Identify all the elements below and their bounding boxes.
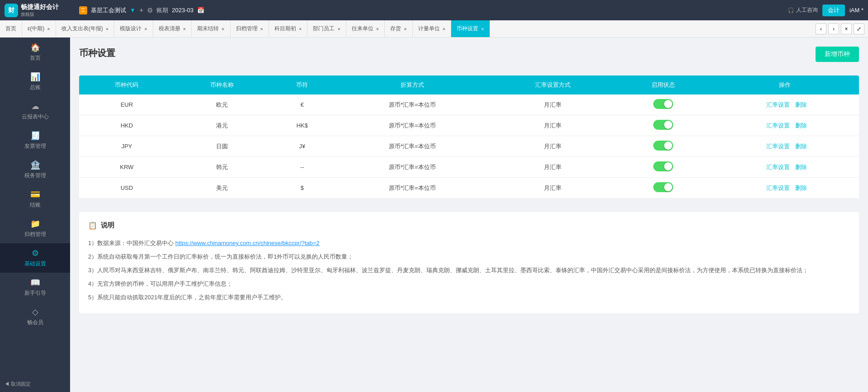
toggle-3[interactable] — [653, 161, 673, 171]
period-label: 账期 — [156, 6, 168, 14]
toggle-track-2[interactable] — [653, 141, 673, 151]
toggle-1[interactable] — [653, 120, 673, 130]
desc-item-4: 4）无官方牌价的币种，可以用用户手工维护汇率信息； — [88, 277, 850, 291]
col-name: 币种名称 — [175, 76, 270, 94]
tab-close-period[interactable]: × — [222, 26, 224, 32]
sidebar: 🏠 首页 📊 总账 ☁ 云报表中心 🧾 发票管理 🏦 税务管理 💳 结账 📁 归… — [0, 38, 70, 392]
add-workspace-icon[interactable]: + — [139, 6, 143, 14]
account-button[interactable]: 会计 — [822, 5, 845, 16]
tab-close-interim[interactable]: × — [47, 26, 50, 32]
rate-setting-link-3[interactable]: 汇率设置 — [766, 164, 790, 170]
workspace-name[interactable]: 基层工会测试 — [91, 6, 126, 14]
rate-setting-link-0[interactable]: 汇率设置 — [766, 101, 790, 108]
workspace-dropdown-icon[interactable]: ▼ — [130, 7, 136, 14]
tab-inventory[interactable]: 存货 × — [385, 20, 412, 38]
tab-next-button[interactable]: › — [828, 24, 839, 34]
sidebar-item-member[interactable]: ◇ 畅会员 — [0, 302, 70, 331]
sidebar-label-checkout: 结账 — [30, 201, 41, 209]
sidebar-item-settings[interactable]: ⚙ 基础设置 — [0, 243, 70, 273]
col-status: 启用状态 — [615, 76, 711, 94]
toggle-track-4[interactable] — [653, 182, 673, 192]
unpin-button[interactable]: ◀ 取消固定 — [5, 381, 66, 387]
description-section: 📋 说明 1）数据来源：中国外汇交易中心 https://www.chinamo… — [79, 212, 859, 313]
tab-close-contacts[interactable]: × — [376, 26, 379, 32]
workspace-icon: 工 — [79, 6, 87, 14]
toggle-track-0[interactable] — [653, 99, 673, 109]
delete-link-0[interactable]: 删除 — [795, 101, 807, 108]
sidebar-label-reports: 云报表中心 — [22, 113, 49, 121]
cell-actions-3: 汇率设置 删除 — [711, 157, 859, 178]
sidebar-label-member: 畅会员 — [27, 319, 43, 326]
logo-area: 财 畅捷通好会计 旗舰版 — [5, 3, 75, 18]
tab-unit[interactable]: 计量单位 × — [413, 20, 451, 38]
sidebar-item-reports[interactable]: ☁ 云报表中心 — [0, 96, 70, 126]
toggle-4[interactable] — [653, 182, 673, 192]
workspace-area: 工 基层工会测试 ▼ + ⚙ 账期 2023-03 📅 — [79, 6, 204, 14]
gear-icon: ⚙ — [32, 248, 39, 258]
delete-link-2[interactable]: 删除 — [795, 143, 807, 150]
tab-prev-button[interactable]: ‹ — [816, 24, 826, 34]
tab-close-dept[interactable]: × — [337, 26, 340, 32]
cell-rate-type-2: 月汇率 — [490, 136, 616, 157]
tab-close-archive[interactable]: × — [260, 26, 263, 32]
tab-tax-table[interactable]: 税表清册 × — [153, 20, 192, 38]
currency-data-table: 币种代码 币种名称 币符 折算方式 汇率设置方式 启用状态 操作 EUR 欧元 … — [79, 76, 859, 198]
delete-link-1[interactable]: 删除 — [795, 122, 807, 129]
delete-link-4[interactable]: 删除 — [795, 184, 807, 191]
chinamoney-link[interactable]: https://www.chinamoney.com.cn/chinese/bk… — [175, 240, 320, 246]
delete-link-3[interactable]: 删除 — [795, 164, 807, 170]
unpin-label: ◀ 取消固定 — [5, 381, 31, 387]
tab-expand-button[interactable]: ⤢ — [854, 24, 864, 34]
rate-setting-link-4[interactable]: 汇率设置 — [766, 184, 790, 191]
sidebar-item-archive[interactable]: 📁 归档管理 — [0, 214, 70, 243]
tab-close-subject[interactable]: × — [299, 26, 302, 32]
tab-home[interactable]: 首页 — [0, 20, 22, 38]
tab-period-close[interactable]: 期末结转 × — [192, 20, 230, 38]
tab-subject-init[interactable]: 科目期初 × — [269, 20, 307, 38]
tab-dept-staff[interactable]: 部门员工 × — [307, 20, 346, 38]
toggle-track-1[interactable] — [653, 120, 673, 130]
sidebar-item-ledger[interactable]: 📊 总账 — [0, 67, 70, 96]
sidebar-item-guide[interactable]: 📖 新手引导 — [0, 273, 70, 302]
cell-actions-0: 汇率设置 删除 — [711, 94, 859, 115]
toggle-thumb-2 — [664, 142, 672, 150]
cell-toggle-3 — [615, 157, 711, 178]
table-row: KRW 韩元 -- 原币*汇率=本位币 月汇率 汇率设置 删除 — [79, 157, 859, 178]
tab-close-currency[interactable]: × — [481, 26, 484, 32]
cell-code-0: EUR — [79, 94, 175, 115]
desc-list: 1）数据来源：中国外汇交易中心 https://www.chinamoney.c… — [88, 236, 850, 304]
cell-toggle-1 — [615, 115, 711, 136]
user-display[interactable]: iAM * — [849, 7, 863, 14]
sidebar-item-invoice[interactable]: 🧾 发票管理 — [0, 126, 70, 155]
settings-icon[interactable]: ⚙ — [147, 6, 153, 14]
sidebar-item-checkout[interactable]: 💳 结账 — [0, 184, 70, 214]
tab-archive[interactable]: 归档管理 × — [231, 20, 269, 38]
tab-template[interactable]: 模版设计 × — [114, 20, 153, 38]
toggle-thumb-0 — [664, 100, 672, 108]
table-row: HKD 港元 HK$ 原币*汇率=本位币 月汇率 汇率设置 删除 — [79, 115, 859, 136]
tab-close-tax[interactable]: × — [183, 26, 186, 32]
toggle-track-3[interactable] — [653, 161, 673, 171]
tab-contacts[interactable]: 往来单位 × — [346, 20, 385, 38]
tab-close-inventory[interactable]: × — [404, 26, 406, 32]
tab-close-unit[interactable]: × — [443, 26, 445, 32]
new-currency-button[interactable]: 新增币种 — [816, 47, 859, 62]
rate-setting-link-2[interactable]: 汇率设置 — [766, 143, 790, 150]
calendar-icon[interactable]: 📅 — [197, 7, 204, 14]
toggle-2[interactable] — [653, 141, 673, 151]
desc-title: 📋 说明 — [88, 221, 850, 230]
sidebar-item-home[interactable]: 🏠 首页 — [0, 38, 70, 67]
rate-setting-link-1[interactable]: 汇率设置 — [766, 122, 790, 129]
col-calc: 折算方式 — [335, 76, 490, 94]
tab-close-income[interactable]: × — [106, 26, 108, 32]
tab-interim[interactable]: ε(中期) × — [22, 20, 56, 38]
sidebar-label-ledger: 总账 — [30, 84, 41, 91]
tab-close-template[interactable]: × — [144, 26, 147, 32]
cell-name-0: 欧元 — [175, 94, 270, 115]
help-button[interactable]: 🎧 人工咨询 — [788, 6, 818, 14]
tab-currency[interactable]: 币种设置 × — [451, 20, 490, 38]
tab-close-all-button[interactable]: × — [841, 24, 852, 34]
sidebar-item-tax[interactable]: 🏦 税务管理 — [0, 155, 70, 184]
tab-income-report[interactable]: 收入支出表(年报) × — [56, 20, 114, 38]
toggle-0[interactable] — [653, 99, 673, 109]
